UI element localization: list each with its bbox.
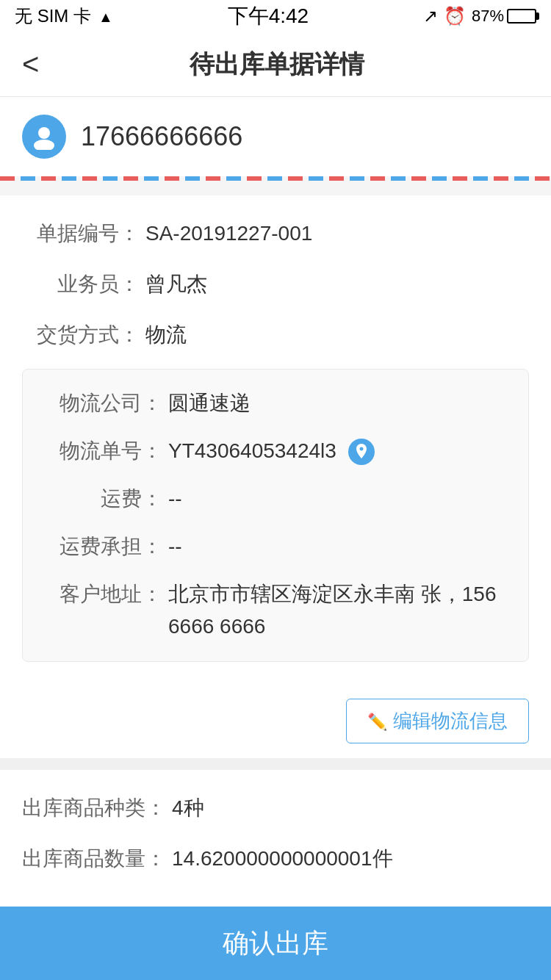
freight-value: -- xyxy=(168,483,506,516)
tracking-no-label: 物流单号： xyxy=(45,435,162,468)
tracking-no-value: YT43064053424l3 xyxy=(168,435,336,468)
product-quantity-row: 出库商品数量： 14.620000000000001件 xyxy=(22,843,529,876)
svg-point-0 xyxy=(38,127,50,139)
status-bar: 无 SIM 卡 下午4:42 ↗ ⏰ 87% xyxy=(0,0,551,32)
logistics-company-label: 物流公司： xyxy=(45,387,162,420)
section-separator xyxy=(0,758,551,770)
address-label: 客户地址： xyxy=(45,578,162,611)
product-section: 出库商品种类： 4种 出库商品数量： 14.620000000000001件 xyxy=(0,770,551,898)
edit-logistics-label: 编辑物流信息 xyxy=(393,708,508,734)
freight-bearer-row: 运费承担： -- xyxy=(45,530,506,563)
confirm-button-label: 确认出库 xyxy=(223,926,328,962)
dashed-divider xyxy=(0,176,551,181)
salesman-value: 曾凡杰 xyxy=(145,268,529,301)
address-value: 北京市市辖区海淀区永丰南 张，156 6666 6666 xyxy=(168,578,506,644)
product-quantity-value: 14.620000000000001件 xyxy=(172,843,529,876)
avatar xyxy=(22,115,66,159)
delivery-method-row: 交货方式： 物流 xyxy=(22,319,529,352)
product-types-row: 出库商品种类： 4种 xyxy=(22,792,529,825)
status-bar-right: ↗ ⏰ 87% xyxy=(423,6,536,26)
tracking-row: YT43064053424l3 xyxy=(162,435,375,468)
status-bar-left: 无 SIM 卡 xyxy=(15,4,113,28)
back-button[interactable]: < xyxy=(22,48,39,81)
battery-percent: 87% xyxy=(472,7,504,26)
order-no-row: 单据编号： SA-20191227-001 xyxy=(22,217,529,251)
customer-phone: 17666666666 xyxy=(81,121,242,152)
delivery-method-label: 交货方式： xyxy=(22,319,140,352)
status-bar-time: 下午4:42 xyxy=(228,2,309,30)
product-quantity-label: 出库商品数量： xyxy=(22,843,166,876)
logistics-card: 物流公司： 圆通速递 物流单号： YT43064053424l3 运费： -- xyxy=(22,369,529,662)
salesman-row: 业务员： 曾凡杰 xyxy=(22,268,529,301)
page-title: 待出库单据详情 xyxy=(54,48,500,82)
svg-point-1 xyxy=(34,140,54,150)
freight-row: 运费： -- xyxy=(45,483,506,516)
salesman-label: 业务员： xyxy=(22,268,140,301)
freight-bearer-value: -- xyxy=(168,530,506,563)
battery-indicator: 87% xyxy=(472,7,536,26)
order-info-section: 单据编号： SA-20191227-001 业务员： 曾凡杰 交货方式： 物流 … xyxy=(0,195,551,684)
logistics-company-value: 圆通速递 xyxy=(168,387,506,420)
tracking-no-row: 物流单号： YT43064053424l3 xyxy=(45,435,506,468)
edit-icon xyxy=(367,710,387,732)
address-row: 客户地址： 北京市市辖区海淀区永丰南 张，156 6666 6666 xyxy=(45,578,506,644)
order-no-value: SA-20191227-001 xyxy=(145,217,529,251)
customer-section: 17666666666 xyxy=(0,97,551,176)
battery-visual xyxy=(507,9,536,24)
freight-bearer-label: 运费承担： xyxy=(45,530,162,563)
content: 17666666666 单据编号： SA-20191227-001 业务员： 曾… xyxy=(0,97,551,980)
product-types-value: 4种 xyxy=(172,792,529,825)
logistics-company-row: 物流公司： 圆通速递 xyxy=(45,387,506,420)
confirm-bar[interactable]: 确认出库 xyxy=(0,907,551,980)
location-pin-icon[interactable] xyxy=(348,439,375,465)
wifi-icon xyxy=(98,6,113,26)
edit-logistics-button[interactable]: 编辑物流信息 xyxy=(346,699,529,743)
edit-logistics-section: 编辑物流信息 xyxy=(0,684,551,758)
product-types-label: 出库商品种类： xyxy=(22,792,166,825)
delivery-method-value: 物流 xyxy=(145,319,529,352)
location-icon: ↗ xyxy=(423,6,438,26)
nav-bar: < 待出库单据详情 xyxy=(0,32,551,97)
freight-label: 运费： xyxy=(45,483,162,516)
clock-icon: ⏰ xyxy=(444,6,466,26)
carrier-label: 无 SIM 卡 xyxy=(15,4,91,28)
order-no-label: 单据编号： xyxy=(22,217,140,251)
